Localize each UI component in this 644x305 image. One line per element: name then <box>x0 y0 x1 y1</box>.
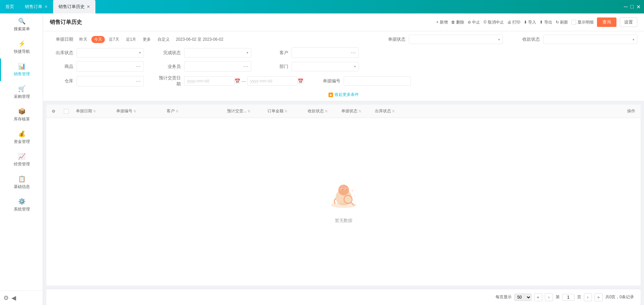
tab-home[interactable]: 首页 <box>0 0 19 13</box>
pay-status-select[interactable]: ▾ <box>543 35 637 44</box>
search-icon: 🔍 <box>18 17 26 25</box>
chip-custom[interactable]: 自定义 <box>155 36 172 43</box>
th-checkbox[interactable] <box>62 106 74 116</box>
empty-state: ✦ ✦ 暂无数据 <box>327 180 360 224</box>
page-suffix: 页 <box>577 294 581 300</box>
delivery-date-end[interactable]: yyyy-mm-dd <box>247 76 298 86</box>
th-actions: 操作 <box>413 106 637 117</box>
complete-status-arrow: ▾ <box>247 51 248 54</box>
tab-sales-history[interactable]: 销售订单历史 ✕ <box>53 0 95 13</box>
sidebar: 🔍 搜索菜单 ⚡ 快捷导航 📊 销售管理 🛒 采购管理 📦 库存核算 💰 资金管… <box>0 13 43 305</box>
tab-sales-order[interactable]: 销售订单 ✕ <box>19 0 53 13</box>
page-size-select[interactable]: 50 10 20 100 <box>514 294 531 301</box>
sidebar-item-inventory[interactable]: 📦 库存核算 <box>0 104 43 126</box>
table-area: ⚙ 单据日期 ⇅ 单据编号 ⇅ 客户 ⇅ 预计交货... <box>46 105 641 285</box>
th-delivery-sort-icon: ⇅ <box>248 109 250 113</box>
inventory-icon: 📦 <box>18 108 26 115</box>
th-doc-date-label: 单据日期 <box>76 108 92 114</box>
sidebar-item-system[interactable]: ⚙️ 系统管理 <box>0 194 43 216</box>
tab-sales-history-close[interactable]: ✕ <box>87 4 90 9</box>
th-delivery-label: 预计交货... <box>227 108 247 114</box>
goods-dots[interactable]: ··· <box>136 63 141 70</box>
sidebar-item-search[interactable]: 🔍 搜索菜单 <box>0 13 43 36</box>
first-page-button[interactable]: « <box>534 293 542 301</box>
export-button[interactable]: ⬆ 导出 <box>540 20 552 25</box>
refresh-button[interactable]: ↻ 刷新 <box>556 20 568 25</box>
settings-bottom-icon[interactable]: ⚙ <box>3 294 9 302</box>
chip-yesterday[interactable]: 昨天 <box>77 36 90 43</box>
maximize-icon[interactable]: □ <box>630 4 634 10</box>
th-doc-no[interactable]: 单据编号 ⇅ <box>114 106 165 117</box>
stop-button[interactable]: ⊘ 中止 <box>468 20 480 25</box>
collapse-sidebar-icon[interactable]: ◀ <box>11 294 16 302</box>
quick-nav-icon: ⚡ <box>18 40 26 47</box>
show-detail-toggle[interactable]: 显示明细 <box>571 20 594 25</box>
sidebar-item-sales[interactable]: 📊 销售管理 <box>0 59 43 81</box>
th-amount[interactable]: 订单金额 ⇅ <box>265 106 306 117</box>
customer-select[interactable]: ··· <box>292 47 359 58</box>
sidebar-item-quick-nav[interactable]: ⚡ 快捷导航 <box>0 36 43 59</box>
pagination: 每页显示 50 10 20 100 « ‹ 第 页 › » 共0页，0条记录 <box>46 289 641 305</box>
complete-status-select[interactable]: ▾ <box>184 48 251 58</box>
tab-sales-order-label: 销售订单 <box>25 4 42 10</box>
th-doc-date[interactable]: 单据日期 ⇅ <box>74 106 114 117</box>
column-settings-icon[interactable]: ⚙ <box>52 109 55 114</box>
collapse-filters-link[interactable]: 🔼 收起更多条件 <box>50 90 637 98</box>
salesperson-select[interactable]: ··· <box>184 61 251 72</box>
chip-more[interactable]: 更多 <box>140 36 154 43</box>
svg-text:✦: ✦ <box>351 189 353 192</box>
date-filter-value: 昨天 今天 近7天 近1月 更多 自定义 2023-06-02 至 2023-0… <box>77 36 369 43</box>
system-icon: ⚙️ <box>18 198 26 205</box>
customer-dots[interactable]: ··· <box>351 49 356 56</box>
doc-no-input[interactable] <box>344 76 411 86</box>
query-button[interactable]: 查询 <box>597 17 616 27</box>
new-button[interactable]: + 新增 <box>436 20 447 25</box>
empty-illustration: ✦ ✦ <box>327 180 360 214</box>
th-out-status-sort-icon: ⇅ <box>392 109 395 113</box>
sidebar-item-system-label: 系统管理 <box>14 206 30 212</box>
calendar-end-icon[interactable]: 📅 <box>298 78 303 84</box>
chip-7days[interactable]: 近7天 <box>106 36 122 43</box>
th-out-status[interactable]: 出库状态 ⇅ <box>373 106 413 117</box>
cancel-stop-button[interactable]: © 取消中止 <box>483 20 504 25</box>
setting-button[interactable]: 设置 <box>620 17 637 27</box>
svg-point-6 <box>345 189 346 190</box>
svg-point-5 <box>341 189 342 190</box>
chip-1month[interactable]: 近1月 <box>123 36 139 43</box>
doc-status-select[interactable]: ▾ <box>409 35 503 44</box>
next-page-button[interactable]: › <box>584 293 592 301</box>
th-pay-status[interactable]: 收款状态 ⇅ <box>306 106 339 117</box>
chip-today[interactable]: 今天 <box>91 36 105 43</box>
page-input[interactable] <box>562 294 574 301</box>
sidebar-item-finance-label: 资金管理 <box>14 139 30 145</box>
show-detail-checkbox[interactable] <box>571 20 576 25</box>
th-settings[interactable]: ⚙ <box>50 106 62 116</box>
goods-select[interactable]: ··· <box>77 61 144 72</box>
import-button[interactable]: ⬇ 导入 <box>524 20 536 25</box>
th-doc-status[interactable]: 单据状态 ⇅ <box>339 106 373 117</box>
th-customer[interactable]: 客户 ⇅ <box>165 106 225 117</box>
sidebar-bottom: ⚙ ◀ <box>0 291 43 305</box>
sidebar-item-basic-info[interactable]: 📋 基础信息 <box>0 171 43 194</box>
tab-sales-order-close[interactable]: ✕ <box>44 4 48 9</box>
minimize-icon[interactable]: ─ <box>624 4 628 10</box>
sidebar-item-finance[interactable]: 💰 资金管理 <box>0 126 43 149</box>
close-window-icon[interactable]: ✕ <box>636 4 641 10</box>
th-delivery[interactable]: 预计交货... ⇅ <box>225 106 265 117</box>
warehouse-select[interactable]: ··· <box>77 76 144 86</box>
last-page-button[interactable]: » <box>595 293 603 301</box>
print-button[interactable]: 🖨 打印 <box>507 20 520 25</box>
sidebar-item-purchase[interactable]: 🛒 采购管理 <box>0 81 43 104</box>
doc-status-arrow: ▾ <box>498 38 500 41</box>
delete-button[interactable]: 🗑 删除 <box>451 20 464 25</box>
prev-page-button[interactable]: ‹ <box>545 293 553 301</box>
calendar-start-icon[interactable]: 📅 <box>234 78 240 84</box>
salesperson-dots[interactable]: ··· <box>243 63 248 70</box>
sidebar-item-operations[interactable]: 📈 经营管理 <box>0 149 43 171</box>
content-area: 销售订单历史 + 新增 🗑 删除 ⊘ 中止 © 取消中止 🖨 打印 ⬇ 导入 ⬆… <box>43 13 644 305</box>
delivery-date-start[interactable]: yyyy-mm-dd <box>184 76 234 86</box>
department-select[interactable]: ▾ <box>292 62 359 71</box>
out-status-select[interactable]: ▾ <box>77 48 144 58</box>
select-all-checkbox[interactable] <box>64 109 69 114</box>
warehouse-dots[interactable]: ··· <box>136 78 141 85</box>
